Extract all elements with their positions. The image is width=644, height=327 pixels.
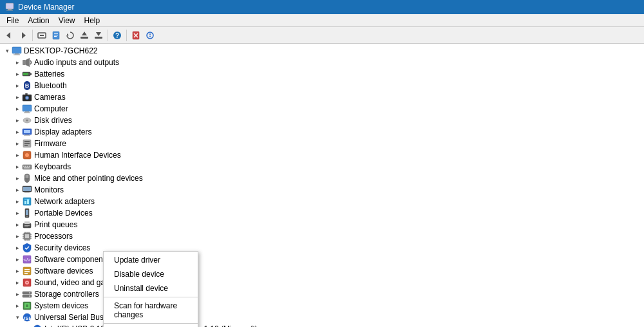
batteries-label: Batteries xyxy=(34,70,64,79)
mice-expander[interactable] xyxy=(13,174,22,183)
computer-icon xyxy=(12,46,22,56)
svg-rect-0 xyxy=(6,3,14,9)
system-expander[interactable] xyxy=(13,301,22,310)
update-driver-button[interactable] xyxy=(78,29,91,42)
monitors-label: Monitors xyxy=(34,185,64,194)
processors-expander[interactable] xyxy=(13,232,22,241)
svg-rect-48 xyxy=(24,141,30,142)
security-expander[interactable] xyxy=(13,243,22,252)
tree-item-monitors[interactable]: Monitors xyxy=(0,184,644,196)
network-expander[interactable] xyxy=(13,197,22,206)
sound-expander[interactable] xyxy=(13,278,22,287)
menu-view[interactable]: View xyxy=(55,15,79,26)
tree-item-sound[interactable]: Sound, video and game controllers xyxy=(0,277,644,288)
batteries-expander[interactable] xyxy=(13,70,22,79)
tree-view[interactable]: DESKTOP-7GCH622 Audio inputs and outputs xyxy=(0,44,644,327)
back-button[interactable] xyxy=(3,29,15,42)
computer-expander[interactable] xyxy=(13,104,22,113)
tree-item-keyboards[interactable]: Keyboards xyxy=(0,161,644,173)
menu-file[interactable]: File xyxy=(3,15,23,26)
refresh-button[interactable] xyxy=(64,29,77,42)
usb-expander[interactable] xyxy=(13,313,22,322)
storage-expander[interactable] xyxy=(13,290,22,299)
forward-button[interactable] xyxy=(17,29,30,42)
remove-device-button[interactable] xyxy=(129,29,142,42)
tree-item-firmware[interactable]: Firmware xyxy=(0,138,644,149)
scan-changes-button[interactable] xyxy=(144,29,156,42)
tree-item-system[interactable]: System devices xyxy=(0,300,644,312)
svg-rect-76 xyxy=(24,227,28,227)
context-sep-1 xyxy=(104,297,198,297)
tree-item-usb-intel[interactable]: USB Intel(R) USB 3.10 eXtensible Host Co… xyxy=(0,323,644,327)
tree-item-batteries[interactable]: Batteries xyxy=(0,68,644,80)
svg-rect-38 xyxy=(23,105,32,111)
svg-rect-39 xyxy=(25,111,29,113)
tree-item-disk[interactable]: Disk drives xyxy=(0,115,644,126)
menu-help[interactable]: Help xyxy=(80,15,104,26)
toolbar-sep-1 xyxy=(32,30,33,41)
tree-item-security[interactable]: Security devices xyxy=(0,242,644,254)
tree-item-cameras[interactable]: Cameras xyxy=(0,91,644,103)
monitors-expander[interactable] xyxy=(13,185,22,194)
toolbar-sep-2 xyxy=(108,30,108,41)
svg-rect-45 xyxy=(25,135,29,135)
tree-item-audio[interactable]: Audio inputs and outputs xyxy=(0,57,644,68)
root-expander[interactable] xyxy=(3,46,12,55)
keyboards-expander[interactable] xyxy=(13,162,22,171)
svg-rect-74 xyxy=(24,221,30,224)
cameras-expander[interactable] xyxy=(13,93,22,102)
context-sep-2 xyxy=(104,323,198,324)
security-label: Security devices xyxy=(34,243,90,252)
svg-rect-6 xyxy=(40,35,44,36)
sw-dev-expander[interactable] xyxy=(13,266,22,276)
tree-item-hid[interactable]: Human Interface Devices xyxy=(0,149,644,161)
tree-item-bluetooth[interactable]: B Bluetooth xyxy=(0,80,644,91)
tree-item-sw-comp[interactable]: </> Software components xyxy=(0,254,644,265)
bluetooth-expander[interactable] xyxy=(13,81,22,90)
sound-icon xyxy=(22,277,32,288)
disk-expander[interactable] xyxy=(13,116,22,125)
tree-item-network[interactable]: Network adapters xyxy=(0,196,644,207)
tree-item-portable[interactable]: Portable Devices xyxy=(0,207,644,219)
tree-item-processors[interactable]: Processors xyxy=(0,230,644,242)
storage-icon xyxy=(22,289,32,299)
svg-rect-71 xyxy=(26,210,28,215)
keyboard-icon xyxy=(22,162,32,172)
bluetooth-label: Bluetooth xyxy=(34,81,67,90)
firmware-expander[interactable] xyxy=(13,139,22,148)
print-expander[interactable] xyxy=(13,220,22,229)
battery-icon xyxy=(22,69,32,79)
tree-root[interactable]: DESKTOP-7GCH622 xyxy=(0,45,644,57)
system-icon xyxy=(22,301,32,311)
svg-rect-46 xyxy=(24,135,30,136)
sw-comp-expander[interactable] xyxy=(13,255,22,264)
svg-rect-25 xyxy=(15,53,19,55)
tree-item-print[interactable]: Print queues xyxy=(0,219,644,230)
storage-label: Storage controllers xyxy=(34,290,99,299)
context-scan-changes[interactable]: Scan for hardware changes xyxy=(104,299,198,322)
tree-item-display[interactable]: Display adapters xyxy=(0,126,644,138)
security-icon xyxy=(22,243,32,253)
menu-action[interactable]: Action xyxy=(24,15,53,26)
toolbar: ? xyxy=(0,27,644,44)
hid-expander[interactable] xyxy=(13,151,22,160)
rollback-button[interactable] xyxy=(92,29,105,42)
portable-expander[interactable] xyxy=(13,209,22,218)
context-disable-device[interactable]: Disable device xyxy=(104,267,198,281)
svg-rect-68 xyxy=(27,200,29,204)
tree-item-storage[interactable]: Storage controllers xyxy=(0,288,644,300)
audio-expander[interactable] xyxy=(13,58,22,67)
tree-item-usb[interactable]: USB Universal Serial Bus controllers xyxy=(0,312,644,323)
help-button[interactable]: ? xyxy=(111,29,124,42)
svg-rect-50 xyxy=(24,145,28,146)
context-uninstall-device[interactable]: Uninstall device xyxy=(104,281,198,295)
context-update-driver[interactable]: Update driver xyxy=(104,253,198,267)
show-hidden-button[interactable] xyxy=(35,29,48,42)
properties-button[interactable] xyxy=(50,29,62,42)
tree-item-mice[interactable]: Mice and other pointing devices xyxy=(0,173,644,184)
display-expander[interactable] xyxy=(13,127,22,136)
tree-item-computer[interactable]: Computer xyxy=(0,103,644,115)
hid-label: Human Interface Devices xyxy=(34,151,121,160)
svg-marker-15 xyxy=(96,32,101,36)
tree-item-sw-dev[interactable]: Software devices xyxy=(0,265,644,277)
